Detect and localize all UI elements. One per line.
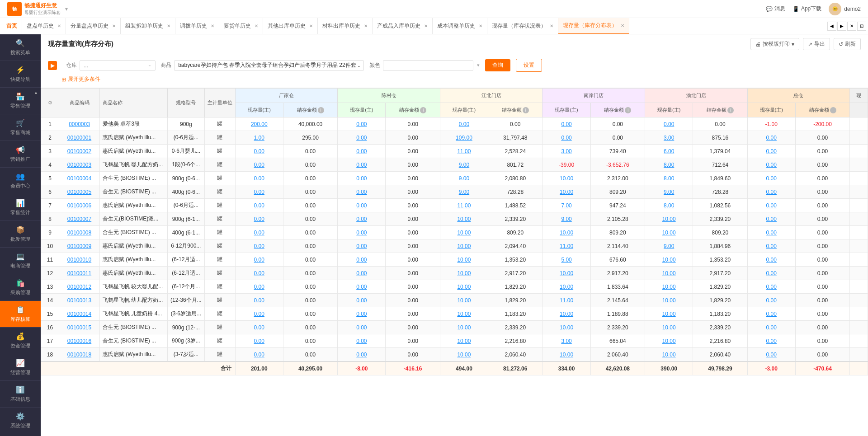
w4-info-icon[interactable]: i <box>625 107 631 113</box>
tab-盘点单历史[interactable]: 盘点单历史 ✕ <box>22 18 66 34</box>
sidebar-item-retail-mall[interactable]: 🛒 零售商城 <box>0 114 41 141</box>
td-w4-cur[interactable]: 10.00 <box>542 307 590 321</box>
tab-close-all-btn[interactable]: ✕ <box>847 22 856 31</box>
td-t-cur[interactable]: 0.00 <box>747 334 795 348</box>
td-w5-cur[interactable]: 10.00 <box>645 212 693 226</box>
td-w1-cur[interactable]: 0.00 <box>235 294 283 307</box>
td-code[interactable]: 00100005 <box>59 185 100 199</box>
td-w3-cur[interactable]: 9.00 <box>440 185 488 199</box>
td-w4-cur[interactable]: 10.00 <box>542 267 590 280</box>
user-menu[interactable]: 😊 demo2 <box>829 3 861 15</box>
td-w1-cur[interactable]: 0.00 <box>235 280 283 294</box>
td-w5-cur[interactable]: 8.00 <box>645 158 693 172</box>
sidebar-item-operations[interactable]: 📈 经营管理 <box>0 354 41 381</box>
td-w5-cur[interactable]: 6.00 <box>645 145 693 158</box>
td-code[interactable]: 00100003 <box>59 158 100 172</box>
td-w1-cur[interactable]: 1.00 <box>235 131 283 145</box>
td-w5-cur[interactable]: 10.00 <box>645 321 693 334</box>
tab-prev-btn[interactable]: ◀ <box>827 22 836 31</box>
td-w5-cur[interactable]: 8.00 <box>645 199 693 212</box>
td-t-cur[interactable]: 0.00 <box>747 185 795 199</box>
sidebar-item-basic-info[interactable]: ℹ️ 基础信息 <box>0 381 41 408</box>
td-w2-cur[interactable]: 0.00 <box>338 294 386 307</box>
td-w5-cur[interactable]: 0.00 <box>645 117 693 131</box>
td-code[interactable]: 00100006 <box>59 199 100 212</box>
td-code[interactable]: 00100014 <box>59 307 100 321</box>
td-w5-cur[interactable]: 10.00 <box>645 348 693 362</box>
td-w2-cur[interactable]: 0.00 <box>338 131 386 145</box>
sidebar-item-purchase[interactable]: 🛍️ 采购管理 <box>0 274 41 301</box>
td-w3-cur[interactable]: 10.00 <box>440 226 488 239</box>
td-w1-cur[interactable]: 200.00 <box>235 117 283 131</box>
td-t-cur[interactable]: 0.00 <box>747 253 795 267</box>
td-t-cur[interactable]: 0.00 <box>747 348 795 362</box>
td-w3-cur[interactable]: 10.00 <box>440 334 488 348</box>
td-t-cur[interactable]: 0.00 <box>747 131 795 145</box>
tab-材料出库单历史[interactable]: 材料出库单历史 ✕ <box>318 18 373 34</box>
td-code[interactable]: 0000003 <box>59 117 100 131</box>
tab-close-11[interactable]: ✕ <box>621 23 624 28</box>
tab-要货单历史[interactable]: 要货单历史 ✕ <box>219 18 263 34</box>
warehouse-input[interactable] <box>80 60 156 71</box>
td-w5-cur[interactable]: 9.00 <box>645 239 693 253</box>
td-w2-cur[interactable]: 0.00 <box>338 212 386 226</box>
td-t-cur[interactable]: 0.00 <box>747 158 795 172</box>
td-w1-cur[interactable]: 0.00 <box>235 253 283 267</box>
td-w1-cur[interactable]: 0.00 <box>235 199 283 212</box>
td-w2-cur[interactable]: 0.00 <box>338 348 386 362</box>
w2-info-icon[interactable]: i <box>420 107 426 113</box>
setting-btn[interactable]: 设置 <box>516 59 542 72</box>
td-w5-cur[interactable]: 10.00 <box>645 307 693 321</box>
brand-dropdown-icon[interactable]: ▾ <box>65 6 68 12</box>
td-w2-cur[interactable]: 0.00 <box>338 226 386 239</box>
tab-next-btn[interactable]: ▶ <box>837 22 846 31</box>
td-w4-cur[interactable]: 10.00 <box>542 172 590 185</box>
td-w3-cur[interactable]: 10.00 <box>440 280 488 294</box>
td-w3-cur[interactable]: 109.00 <box>440 131 488 145</box>
th-settings[interactable]: ⚙ <box>41 89 59 117</box>
td-code[interactable]: 00100013 <box>59 294 100 307</box>
td-code[interactable]: 00100009 <box>59 239 100 253</box>
sidebar-item-retail-mgmt[interactable]: 🏪 零售管理 ▲ <box>0 88 41 114</box>
td-w1-cur[interactable]: 0.00 <box>235 172 283 185</box>
td-w4-cur[interactable]: 10.00 <box>542 226 590 239</box>
tab-其他出库单历史[interactable]: 其他出库单历史 ✕ <box>263 18 318 34</box>
td-w2-cur[interactable]: 0.00 <box>338 321 386 334</box>
td-code[interactable]: 00100011 <box>59 267 100 280</box>
td-w2-cur[interactable]: 0.00 <box>338 185 386 199</box>
td-code[interactable]: 00100010 <box>59 253 100 267</box>
td-w4-cur[interactable]: 10.00 <box>542 280 590 294</box>
td-w5-cur[interactable]: 10.00 <box>645 226 693 239</box>
w5-info-icon[interactable]: i <box>727 107 734 113</box>
td-w2-cur[interactable]: 0.00 <box>338 172 386 185</box>
td-w1-cur[interactable]: 0.00 <box>235 334 283 348</box>
td-w5-cur[interactable]: 10.00 <box>645 280 693 294</box>
td-w3-cur[interactable]: 10.00 <box>440 239 488 253</box>
td-code[interactable]: 00100001 <box>59 131 100 145</box>
td-w4-cur[interactable]: 11.00 <box>542 239 590 253</box>
td-w4-cur[interactable]: 0.00 <box>542 131 590 145</box>
app-download-link[interactable]: 📱 App下载 <box>793 5 821 13</box>
td-w4-cur[interactable]: 5.00 <box>542 253 590 267</box>
sidebar-item-ecommerce[interactable]: 💻 电商管理 <box>0 248 41 274</box>
td-t-cur[interactable]: 0.00 <box>747 307 795 321</box>
td-t-cur[interactable]: 0.00 <box>747 280 795 294</box>
refresh-btn[interactable]: ↺ 刷新 <box>834 38 861 50</box>
tab-close-6[interactable]: ✕ <box>309 23 313 28</box>
tab-分量盘点单历史[interactable]: 分量盘点单历史 ✕ <box>66 18 121 34</box>
td-w4-cur[interactable]: 10.00 <box>542 348 590 362</box>
td-w4-cur[interactable]: 3.00 <box>542 334 590 348</box>
td-w1-cur[interactable]: 0.00 <box>235 348 283 362</box>
sidebar-item-search[interactable]: 🔍 搜索英单 <box>0 34 41 61</box>
sidebar-item-finance[interactable]: 💰 资金管理 <box>0 328 41 354</box>
td-t-cur[interactable]: 0.00 <box>747 321 795 334</box>
td-w1-cur[interactable]: 0.00 <box>235 267 283 280</box>
sidebar-item-retail-stats[interactable]: 📊 零售统计 <box>0 194 41 221</box>
td-w5-cur[interactable]: 10.00 <box>645 267 693 280</box>
sidebar-item-wholesale[interactable]: 📦 批发管理 <box>0 221 41 248</box>
tab-close-10[interactable]: ✕ <box>550 23 553 28</box>
tab-成本调整单历史[interactable]: 成本调整单历史 ✕ <box>433 18 487 34</box>
sidebar-item-members[interactable]: 👥 会员中心 <box>0 168 41 194</box>
td-w2-cur[interactable]: 0.00 <box>338 117 386 131</box>
td-w5-cur[interactable]: 10.00 <box>645 334 693 348</box>
